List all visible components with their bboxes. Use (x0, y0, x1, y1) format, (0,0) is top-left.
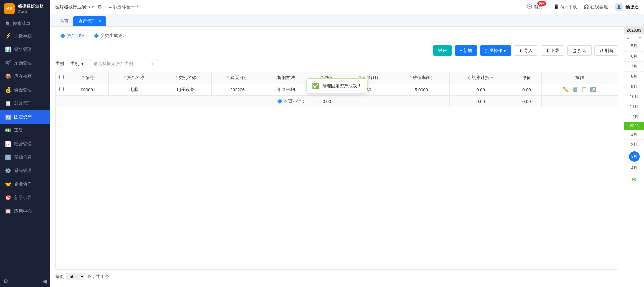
cal-month-4[interactable]: 4月 (624, 163, 644, 173)
expand-circle-icon[interactable]: ⊕ (632, 176, 637, 183)
new-button[interactable]: + 新增 (455, 45, 477, 56)
per-page-label: 每页 (55, 274, 64, 280)
row-checkbox[interactable] (59, 87, 64, 91)
logo-icon: 畅捷 (4, 3, 15, 14)
cal-month-1[interactable]: 1月 (624, 130, 644, 140)
sub-tab-change-voucher[interactable]: 🔷 变更生成凭证 (89, 31, 131, 41)
per-page-select[interactable]: 50 100 (66, 273, 85, 280)
sidebar-item-app-center[interactable]: 🔲 应用中心 (0, 204, 50, 218)
cal-nav-up[interactable]: ▲ (626, 35, 630, 40)
sidebar: 畅捷 畅捷通好业财 普及版 🔍 搜索菜单 ⚡ 快捷导航 📊 销售管理 🛒 采购管… (0, 0, 50, 287)
cal-month-2[interactable]: 2月 (624, 140, 644, 150)
category-placeholder: 请选择固定资产类别 (94, 61, 133, 67)
cal-month-10[interactable]: 10月 (624, 92, 644, 102)
cal-month-8[interactable]: 8月 (624, 72, 644, 82)
cal-month-5[interactable]: 5月 (624, 41, 644, 52)
sidebar-item-purchase[interactable]: 🛒 采购管理 (0, 56, 50, 70)
search-label: 搜索菜单 (13, 21, 30, 27)
user-menu[interactable]: 👤 畅捷通 (615, 3, 639, 11)
download-label: 下载 (551, 47, 559, 54)
sidebar-item-inventory[interactable]: 📦 库存核算 (0, 70, 50, 83)
cal-month-6[interactable]: 6月 (624, 52, 644, 62)
category-type-select[interactable]: 类别 ▾ (67, 59, 87, 68)
reconcile-button[interactable]: 对账 (433, 45, 452, 56)
total-count: 条，共 1 条 (87, 274, 109, 280)
sidebar-item-operations[interactable]: 📈 经营管理 (0, 137, 50, 151)
sub-tab-asset-detail-label: 资产明细 (67, 33, 84, 39)
main-wrapper: 医疗器械行业演示 ▾ ⚙ ☁ 我要体验一下 💬 消息 99+ 📱 App下载 🎧… (50, 0, 644, 287)
filter-row: 类别 类别 ▾ 请选择固定资产类别 ▾ (55, 59, 618, 68)
tab-asset-management[interactable]: 资产管理 × (73, 16, 106, 26)
col-depreciation-header: 折旧方法 (263, 72, 309, 84)
category-input[interactable]: 请选择固定资产类别 ▾ (90, 59, 157, 68)
select-all-header[interactable] (56, 72, 68, 84)
headset-icon: 🎧 (584, 4, 589, 9)
sidebar-item-label: 系统管理 (14, 168, 32, 174)
calendar-title: 2023.03 (627, 28, 641, 33)
cal-expand-icon[interactable]: ⊕ (624, 173, 644, 185)
sidebar-item-label: 快捷导航 (14, 33, 32, 39)
company-name: 医疗器械行业演示 (55, 4, 90, 10)
cal-nav-down[interactable]: ▼ (638, 35, 642, 40)
company-settings-icon[interactable]: ⚙ (97, 4, 102, 10)
sidebar-item-system[interactable]: ⚙️ 系统管理 (0, 164, 50, 178)
online-service-button[interactable]: 🎧 在线客服 (584, 4, 608, 10)
payroll-icon: 💵 (5, 127, 11, 134)
cal-month-7[interactable]: 7月 (624, 62, 644, 72)
import-button[interactable]: ⬆ 导入 (514, 45, 538, 56)
select-all-checkbox[interactable] (59, 75, 64, 79)
app-download-button[interactable]: 📱 App下载 (554, 4, 577, 10)
sidebar-item-sales[interactable]: 📊 销售管理 (0, 43, 50, 56)
experience-button[interactable]: ☁ 我要体验一下 (108, 4, 140, 10)
category-type-arrow: ▾ (81, 61, 84, 66)
settings-icon[interactable]: ⚙ (3, 278, 8, 284)
avatar: 👤 (615, 3, 623, 11)
subtotal-text: 本页小计： (284, 99, 306, 104)
company-dropdown-arrow: ▾ (92, 4, 94, 9)
cloud-icon: ☁ (108, 4, 112, 9)
batch-ops-label: 批量操作 (485, 47, 502, 54)
sidebar-item-enterprise[interactable]: 🤝 企业协同 (0, 178, 50, 191)
cal-month-9[interactable]: 9月 (624, 82, 644, 92)
sidebar-item-label: 工资 (14, 127, 23, 133)
sidebar-item-fixed-assets[interactable]: 🏢 固定资产 (0, 110, 50, 124)
row-residual-rate: 5.0000 (393, 84, 450, 96)
delete-icon[interactable]: 🗑️ (572, 87, 578, 93)
cal-month-12[interactable]: 12月 (624, 112, 644, 122)
logo-text-block: 畅捷通好业财 普及版 (18, 3, 44, 14)
sub-tab-change-voucher-label: 变更生成凭证 (100, 33, 127, 39)
success-message: 清理固定资产成功！ (322, 83, 362, 89)
row-purchase-date: 202206 (212, 84, 263, 96)
copy-icon[interactable]: 📋 (581, 87, 587, 93)
cal-month-3[interactable]: 3月 (629, 151, 640, 162)
sidebar-item-guide[interactable]: 🎯 新手引导 (0, 191, 50, 204)
app-label: App下载 (560, 4, 577, 10)
tab-close-icon[interactable]: × (99, 19, 101, 24)
quick-nav-icon: ⚡ (5, 33, 11, 39)
sidebar-item-basic-info[interactable]: ℹ️ 基础信息 (0, 151, 50, 164)
sidebar-search[interactable]: 🔍 搜索菜单 (0, 18, 50, 29)
cal-month-11[interactable]: 11月 (624, 102, 644, 112)
more-icon[interactable]: ↗️ (590, 87, 596, 93)
reconcile-label: 对账 (438, 47, 447, 54)
sidebar-item-ledger[interactable]: 📋 总账管理 (0, 97, 50, 110)
col-residual-header: * 残值率(%) (393, 72, 450, 84)
sub-tab-asset-detail[interactable]: 🔷 资产明细 (55, 31, 89, 41)
edit-icon[interactable]: ✏️ (563, 87, 569, 93)
download-button[interactable]: ⬇ 下载 (541, 45, 564, 56)
content-area: 🔷 资产明细 🔷 变更生成凭证 对账 + 新增 批量操作 ▾ (50, 27, 644, 287)
subtotal-label: 🔷 (277, 99, 284, 104)
row-checkbox-cell[interactable] (56, 84, 68, 96)
batch-ops-button[interactable]: 批量操作 ▾ (480, 45, 511, 56)
collapse-icon[interactable]: ◀ (42, 278, 47, 284)
sidebar-logo: 畅捷 畅捷通好业财 普及版 (0, 0, 50, 18)
sidebar-item-label: 应用中心 (14, 208, 32, 214)
refresh-button[interactable]: ↺ 刷新 (594, 45, 618, 56)
sidebar-item-finance[interactable]: 💰 资金管理 (0, 83, 50, 97)
company-selector[interactable]: 医疗器械行业演示 ▾ (55, 4, 94, 10)
print-button[interactable]: 🖨 打印 (567, 45, 592, 56)
tab-home[interactable]: 首页 (55, 16, 73, 26)
sidebar-item-quick-nav[interactable]: ⚡ 快捷导航 (0, 29, 50, 43)
message-button[interactable]: 💬 消息 99+ (527, 4, 542, 10)
sidebar-item-payroll[interactable]: 💵 工资 (0, 124, 50, 137)
